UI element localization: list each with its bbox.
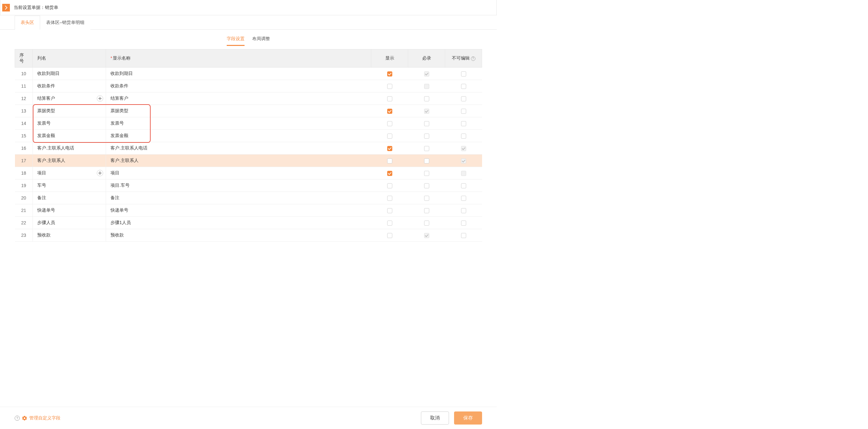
cell-show <box>371 217 408 229</box>
cell-display-name[interactable]: 备注 <box>106 192 371 204</box>
cell-required <box>408 192 445 204</box>
add-button[interactable] <box>97 170 103 176</box>
expand-toggle[interactable] <box>2 4 10 11</box>
add-button[interactable] <box>97 95 103 102</box>
table-row: 21快递单号快递单号 <box>15 204 482 217</box>
cell-seq: 18 <box>15 167 33 179</box>
show-checkbox[interactable] <box>387 72 392 77</box>
required-checkbox[interactable] <box>424 134 429 139</box>
cell-display-name[interactable]: 票据类型 <box>106 105 371 117</box>
cell-name: 项目 <box>33 167 106 179</box>
display-name-value: 客户.主联系人 <box>111 158 138 163</box>
tab-body-area[interactable]: 表体区–销货单明细 <box>40 16 90 30</box>
display-name-value: 备注 <box>111 195 119 200</box>
readonly-checkbox[interactable] <box>461 96 466 102</box>
cell-name: 票据类型 <box>33 105 106 117</box>
readonly-checkbox[interactable] <box>461 196 466 201</box>
cell-required <box>408 217 445 229</box>
show-checkbox[interactable] <box>387 159 392 164</box>
cell-seq: 11 <box>15 80 33 92</box>
show-checkbox[interactable] <box>387 84 392 89</box>
readonly-checkbox[interactable] <box>461 183 466 189</box>
show-checkbox[interactable] <box>387 171 392 176</box>
chevron-right-icon <box>4 5 8 10</box>
show-checkbox[interactable] <box>387 121 392 126</box>
cell-readonly <box>445 142 482 154</box>
readonly-checkbox[interactable] <box>461 208 466 213</box>
cell-readonly <box>445 229 482 241</box>
cell-display-name[interactable]: 步骤1人员 <box>106 217 371 229</box>
show-checkbox[interactable] <box>387 146 392 151</box>
show-checkbox[interactable] <box>387 196 392 201</box>
help-icon[interactable]: ? <box>471 56 475 61</box>
show-checkbox[interactable] <box>387 221 392 226</box>
tab-field-settings[interactable]: 字段设置 <box>227 34 245 46</box>
readonly-checkbox <box>461 171 466 176</box>
cell-required <box>408 105 445 117</box>
tab-label: 表体区–销货单明细 <box>46 20 84 25</box>
cell-display-name[interactable]: 客户.主联系人电话 <box>106 142 371 154</box>
required-checkbox[interactable] <box>424 96 429 102</box>
table-row: 23预收款预收款 <box>15 229 482 241</box>
cell-display-name[interactable]: 收款条件 <box>106 80 371 92</box>
cell-display-name[interactable]: 收款到期日 <box>106 67 371 80</box>
show-checkbox[interactable] <box>387 134 392 139</box>
field-name: 收款条件 <box>37 83 55 88</box>
cell-display-name[interactable]: 预收款 <box>106 229 371 241</box>
table-row: 12结算客户结算客户 <box>15 92 482 105</box>
display-name-value: 收款条件 <box>111 83 128 88</box>
cell-show <box>371 67 408 80</box>
cell-readonly <box>445 105 482 117</box>
cell-display-name[interactable]: 发票号 <box>106 117 371 130</box>
readonly-checkbox[interactable] <box>461 72 466 77</box>
tab-header-area[interactable]: 表头区 <box>14 16 40 30</box>
table-row: 17客户.主联系人客户.主联系人 <box>15 154 482 167</box>
show-checkbox[interactable] <box>387 109 392 114</box>
cell-show <box>371 204 408 217</box>
cell-required <box>408 117 445 130</box>
col-readonly-label: 不可编辑 <box>452 55 470 61</box>
required-checkbox[interactable] <box>424 221 429 226</box>
cell-display-name[interactable]: 项目 <box>106 167 371 179</box>
required-checkbox[interactable] <box>424 183 429 189</box>
col-required: 必录 <box>408 49 445 67</box>
cell-display-name[interactable]: 结算客户 <box>106 92 371 105</box>
tab-layout-adjust[interactable]: 布局调整 <box>252 34 270 46</box>
cell-display-name[interactable]: 客户.主联系人 <box>106 154 371 167</box>
show-checkbox[interactable] <box>387 233 392 238</box>
cell-seq: 20 <box>15 192 33 204</box>
readonly-checkbox[interactable] <box>461 109 466 114</box>
display-name-value: 预收款 <box>111 232 124 237</box>
required-star: * <box>111 55 112 61</box>
required-checkbox[interactable] <box>424 208 429 213</box>
show-checkbox[interactable] <box>387 208 392 213</box>
readonly-checkbox[interactable] <box>461 84 466 89</box>
cell-seq: 13 <box>15 105 33 117</box>
display-name-value: 结算客户 <box>111 96 128 101</box>
field-name: 票据类型 <box>37 108 55 113</box>
required-checkbox[interactable] <box>424 196 429 201</box>
cell-name: 客户.主联系人 <box>33 154 106 167</box>
table-header-row: 序号 列名 *显示名称 显示 必录 不可编辑? <box>15 49 482 67</box>
cell-seq: 19 <box>15 179 33 192</box>
field-name: 项目 <box>37 170 46 175</box>
show-checkbox[interactable] <box>387 96 392 102</box>
primary-tabs: 表头区 表体区–销货单明细 <box>0 15 497 30</box>
cell-display-name[interactable]: 项目.车号 <box>106 179 371 192</box>
display-name-value: 票据类型 <box>111 108 128 113</box>
cell-display-name[interactable]: 快递单号 <box>106 204 371 217</box>
required-checkbox[interactable] <box>424 159 429 164</box>
show-checkbox[interactable] <box>387 183 392 189</box>
readonly-checkbox[interactable] <box>461 121 466 126</box>
cell-display-name[interactable]: 发票金额 <box>106 130 371 142</box>
required-checkbox[interactable] <box>424 146 429 151</box>
readonly-checkbox[interactable] <box>461 221 466 226</box>
required-checkbox[interactable] <box>424 121 429 126</box>
readonly-checkbox[interactable] <box>461 134 466 139</box>
cell-readonly <box>445 179 482 192</box>
readonly-checkbox[interactable] <box>461 233 466 238</box>
cell-seq: 14 <box>15 117 33 130</box>
table-row: 22步骤人员步骤1人员 <box>15 217 482 229</box>
cell-required <box>408 167 445 179</box>
required-checkbox[interactable] <box>424 171 429 176</box>
